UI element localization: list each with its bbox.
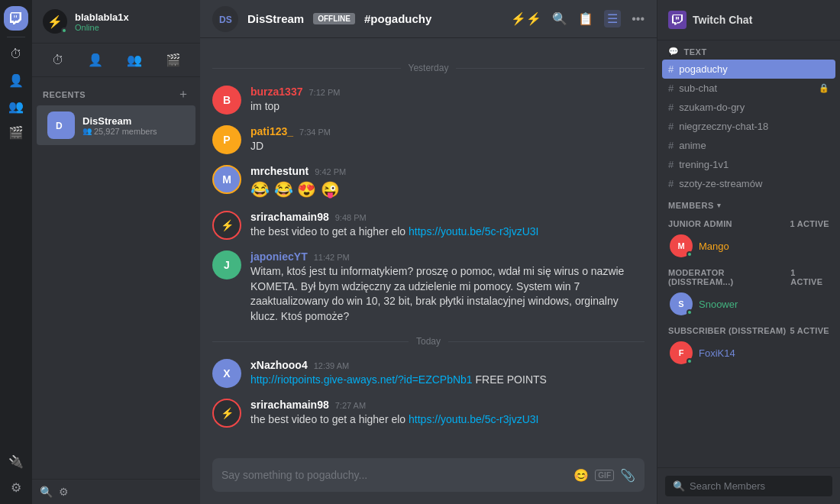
role-count: 1 Active [790, 268, 829, 286]
message-avatar: M [212, 165, 241, 194]
groups-icon[interactable]: 👥 [5, 95, 27, 117]
svg-text:DS: DS [219, 15, 232, 25]
member-name: Mango [699, 241, 729, 252]
role-group-moderator: MODERATOR (DISSTREAM...) 1 Active S Snoo… [657, 262, 840, 320]
message-link[interactable]: https://youtu.be/5c-r3jvzU3I [409, 225, 538, 237]
video-icon[interactable]: 🎬 [5, 121, 27, 143]
settings-footer-icon[interactable]: ⚙ [59, 486, 69, 498]
friends-icon[interactable]: 👤 [85, 50, 106, 70]
add-friend-icon[interactable]: 👥 [124, 50, 145, 70]
twitch-chat-label: Twitch Chat [693, 14, 752, 26]
message-header: srirachamain98 9:48 PM [250, 211, 645, 223]
message-avatar: X [212, 359, 241, 388]
channel-name: trening-1v1 [679, 159, 729, 170]
avatar-letter: ⚡ [47, 15, 63, 29]
channel-item-szoty[interactable]: # szoty-ze-streamów [662, 174, 835, 193]
search-icon[interactable]: 🔍 [552, 11, 567, 26]
channel-item-niegrzeczny[interactable]: # niegrzeczny-chat-18 [662, 117, 835, 136]
message-link[interactable]: http://riotpoints.give-aways.net/?id=EZC… [250, 373, 473, 386]
message-time: 7:12 PM [309, 88, 340, 97]
dm-item[interactable]: D DisStream 👥 25,927 members [37, 105, 195, 145]
sidebar-bottom: 🔌 ⚙ [5, 451, 27, 498]
message-username: burza1337 [250, 86, 302, 98]
message-header: xNazhooo4 12:39 AM [250, 359, 645, 371]
message-time: 9:42 PM [315, 167, 346, 176]
text-section-label: 💬 TEXT [657, 40, 840, 60]
message-time: 12:39 AM [314, 361, 349, 370]
hash-icon: # [668, 102, 674, 113]
add-dm-icon[interactable]: ＋ [177, 86, 189, 102]
dm-icon[interactable]: 👤 [5, 69, 27, 91]
channels-list: # pogaduchy # sub-chat 🔒 # szukam-do-gry… [657, 60, 840, 193]
channel-name: szoty-ze-streamów [679, 178, 762, 189]
layers-icon[interactable]: 📋 [578, 11, 593, 26]
search-footer-icon[interactable]: 🔍 [40, 486, 53, 498]
message-header: pati123_ 7:34 PM [250, 125, 645, 137]
message-link[interactable]: https://youtu.be/5c-r3jvzU3I [409, 413, 538, 425]
channel-item-pogaduchy[interactable]: # pogaduchy [662, 60, 835, 79]
server-name: DisStream [247, 12, 304, 25]
friends-icon[interactable]: ⏱ [5, 44, 27, 65]
channel-name-header: #pogaduchy [364, 12, 431, 25]
message: P pati123_ 7:34 PM JD [212, 125, 645, 154]
message-text: http://riotpoints.give-aways.net/?id=EZC… [250, 373, 645, 388]
member-avatar: F [670, 341, 693, 364]
members-icon: 👥 [82, 127, 92, 135]
attachment-icon[interactable]: 📎 [620, 468, 635, 483]
channel-item-anime[interactable]: # anime [662, 136, 835, 155]
boost-icon[interactable]: ⚡⚡ [511, 11, 541, 26]
chat-input-box: 😊 GIF 📎 [212, 458, 645, 492]
role-label: SUBSCRIBER (DISSTREAM) 5 Active [664, 325, 834, 338]
message-time: 7:34 PM [299, 128, 331, 137]
member-avatar: M [670, 234, 693, 257]
channel-item-trening[interactable]: # trening-1v1 [662, 155, 835, 174]
role-group-subscriber: SUBSCRIBER (DISSTREAM) 5 Active F FoxiK1… [657, 320, 840, 369]
message-text: im top [250, 99, 645, 115]
main-chat: DS DisStream OFFLINE #pogaduchy ⚡⚡ 🔍 📋 ☰… [200, 0, 657, 504]
call-icon[interactable]: 🎬 [163, 50, 184, 70]
message-username: mrchestunt [250, 165, 309, 177]
dm-footer: 🔍 ⚙ [32, 479, 200, 504]
member-item[interactable]: S Snoower [664, 289, 834, 318]
clock-icon[interactable]: ⏱ [49, 50, 67, 70]
message-time: 7:27 AM [335, 401, 366, 410]
right-panel-header: Twitch Chat [657, 0, 840, 40]
message-content: srirachamain98 7:27 AM the best video to… [250, 399, 645, 428]
member-item[interactable]: F FoxiK14 [664, 338, 834, 367]
chevron-down-icon: ▾ [717, 202, 722, 209]
recents-label: RECENTS [43, 90, 86, 99]
search-members-box: 🔍 [665, 476, 832, 496]
channel-item-sub-chat[interactable]: # sub-chat 🔒 [662, 79, 835, 98]
role-group-junior-admin: JUNIOR ADMIN 1 Active M Mango [657, 213, 840, 262]
message-text: the best video to get a higher elo https… [250, 225, 645, 240]
search-members-input[interactable] [690, 480, 825, 492]
message: X xNazhooo4 12:39 AM http://riotpoints.g… [212, 359, 645, 388]
twitch-icon[interactable] [4, 6, 28, 31]
more-icon[interactable]: ••• [632, 12, 645, 26]
emoji-icon[interactable]: 😊 [573, 468, 589, 483]
channel-item-szukam-do-gry[interactable]: # szukam-do-gry [662, 98, 835, 117]
member-item[interactable]: M Mango [664, 231, 834, 260]
message-header: mrchestunt 9:42 PM [250, 165, 645, 177]
settings-icon[interactable]: ⚙ [5, 477, 27, 498]
chat-input[interactable] [221, 469, 567, 481]
message-username: pati123_ [250, 125, 293, 137]
message-header: burza1337 7:12 PM [250, 86, 645, 98]
message-header: japoniecYT 11:42 PM [250, 250, 645, 263]
channel-name: sub-chat [679, 82, 717, 94]
plugins-icon[interactable]: 🔌 [5, 451, 27, 472]
chat-header: DS DisStream OFFLINE #pogaduchy ⚡⚡ 🔍 📋 ☰… [200, 0, 657, 38]
message-avatar: ⚡ [212, 399, 241, 428]
gif-button[interactable]: GIF [595, 470, 614, 481]
avatar: ⚡ [43, 9, 67, 34]
menu-icon[interactable]: ☰ [604, 10, 621, 27]
message-username: srirachamain98 [250, 399, 329, 411]
message-username: xNazhooo4 [250, 359, 308, 371]
message-content: srirachamain98 9:48 PM the best video to… [250, 211, 645, 240]
dm-item-sub: 👥 25,927 members [82, 127, 157, 136]
channel-name: anime [679, 140, 706, 151]
message-avatar: P [212, 125, 241, 154]
dm-item-info: DisStream 👥 25,927 members [82, 115, 157, 136]
members-header[interactable]: MEMBERS ▾ [668, 201, 829, 210]
channel-name: pogaduchy [679, 63, 728, 75]
